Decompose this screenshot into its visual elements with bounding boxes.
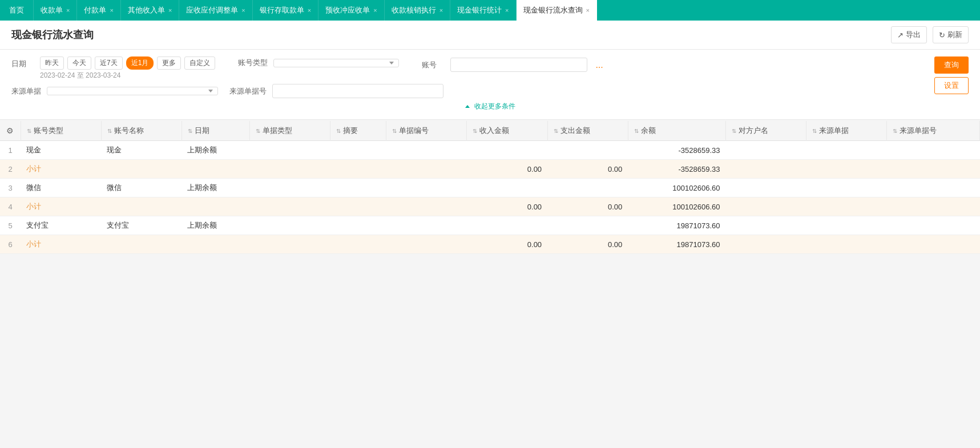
cell-account-type: 小计 [21, 160, 101, 179]
data-table: ⚙ ⇅账号类型 ⇅账号名称 ⇅日期 ⇅单据类型 ⇅摘要 ⇅单据编号 ⇅收入金额 … [0, 121, 980, 254]
cell-source-doc-no [887, 141, 980, 160]
cell-source-doc-no [887, 179, 980, 197]
cell-income [467, 141, 547, 160]
nav-tab-其他收入单[interactable]: 其他收入单× [121, 0, 179, 21]
account-type-label: 账号类型 [238, 58, 268, 68]
cell-summary [330, 197, 386, 216]
row-num: 5 [0, 216, 21, 235]
cell-source-doc [806, 160, 887, 179]
filter-row-2: 来源单据 来源单据号 [11, 84, 969, 98]
date-btn-自定义[interactable]: 自定义 [184, 56, 215, 70]
close-icon[interactable]: × [439, 7, 443, 14]
nav-tab-label: 现金银行统计 [457, 5, 502, 15]
date-btn-今天[interactable]: 今天 [67, 56, 91, 70]
cell-doc-type [250, 197, 330, 216]
cell-account-name [101, 160, 182, 179]
table-row: 4 小计 0.00 0.00 100102606.60 [0, 197, 980, 216]
nav-tab-现金银行统计[interactable]: 现金银行统计× [450, 0, 516, 21]
close-icon[interactable]: × [110, 7, 113, 14]
nav-tab-付款单[interactable]: 付款单× [77, 0, 120, 21]
col-header-account-type[interactable]: ⇅账号类型 [21, 121, 101, 141]
cell-doc-type [250, 141, 330, 160]
date-range: 2023-02-24 至 2023-03-24 [40, 71, 215, 80]
nav-tab-现金银行流水查询[interactable]: 现金银行流水查询× [517, 0, 597, 21]
chevron-down-icon [389, 62, 394, 64]
date-btn-更多[interactable]: 更多 [157, 56, 181, 70]
close-icon[interactable]: × [373, 7, 377, 14]
settings-button[interactable]: 设置 [934, 77, 969, 94]
export-button[interactable]: ↗ 导出 [891, 26, 927, 43]
col-header-expense[interactable]: ⇅支出金额 [547, 121, 628, 141]
row-num: 6 [0, 235, 21, 254]
nav-tab-银行存取款单[interactable]: 银行存取款单× [253, 0, 318, 21]
table-container: ⚙ ⇅账号类型 ⇅账号名称 ⇅日期 ⇅单据类型 ⇅摘要 ⇅单据编号 ⇅收入金额 … [0, 121, 980, 254]
col-header-balance[interactable]: ⇅余额 [628, 121, 725, 141]
close-icon[interactable]: × [505, 7, 509, 14]
query-button[interactable]: 查询 [934, 56, 969, 74]
col-header-date[interactable]: ⇅日期 [182, 121, 250, 141]
col-header-counterparty[interactable]: ⇅对方户名 [726, 121, 806, 141]
cell-source-doc-no [887, 197, 980, 216]
row-num: 4 [0, 197, 21, 216]
nav-tab-收款核销执行[interactable]: 收款核销执行× [385, 0, 450, 21]
date-btn-昨天[interactable]: 昨天 [40, 56, 64, 70]
cell-counterparty [726, 179, 806, 197]
cell-doc-type [250, 216, 330, 235]
col-header-doc-no[interactable]: ⇅单据编号 [386, 121, 467, 141]
cell-income [467, 179, 547, 197]
col-header-account-name[interactable]: ⇅账号名称 [101, 121, 182, 141]
cell-counterparty [726, 160, 806, 179]
cell-account-type: 现金 [21, 141, 101, 160]
source-doc-label: 来源单据 [11, 86, 41, 96]
source-doc-select[interactable] [47, 87, 218, 95]
nav-tab-label: 现金银行流水查询 [523, 5, 583, 15]
cell-source-doc-no [887, 235, 980, 254]
account-input[interactable] [450, 58, 587, 72]
cell-source-doc-no [887, 216, 980, 235]
chevron-down-icon-2 [208, 90, 213, 92]
table-row: 5 支付宝 支付宝 上期余额 19871073.60 [0, 216, 980, 235]
nav-tab-预收冲应收单[interactable]: 预收冲应收单× [318, 0, 384, 21]
close-icon[interactable]: × [241, 7, 245, 14]
close-icon[interactable]: × [168, 7, 172, 14]
cell-source-doc [806, 235, 887, 254]
cell-account-type: 微信 [21, 179, 101, 197]
nav-tab-收款单[interactable]: 收款单× [34, 0, 77, 21]
close-icon[interactable]: × [308, 7, 311, 14]
cell-summary [330, 216, 386, 235]
top-nav: 首页 收款单×付款单×其他收入单×应收应付调整单×银行存取款单×预收冲应收单×收… [0, 0, 980, 21]
source-doc-no-input[interactable] [272, 84, 443, 98]
collapse-bar[interactable]: 收起更多条件 [11, 98, 969, 115]
cell-account-name: 支付宝 [101, 216, 182, 235]
table-row: 1 现金 现金 上期余额 -3528659.33 [0, 141, 980, 160]
cell-summary [330, 179, 386, 197]
col-header-source-doc-no[interactable]: ⇅来源单据号 [887, 121, 980, 141]
col-header-doc-type[interactable]: ⇅单据类型 [250, 121, 330, 141]
date-btn-近7天[interactable]: 近7天 [95, 56, 123, 70]
date-btn-近1月[interactable]: 近1月 [126, 56, 154, 70]
row-num: 2 [0, 160, 21, 179]
account-label: 账号 [422, 60, 445, 70]
close-icon[interactable]: × [586, 7, 590, 14]
col-header-summary[interactable]: ⇅摘要 [330, 121, 386, 141]
cell-summary [330, 235, 386, 254]
col-header-income[interactable]: ⇅收入金额 [467, 121, 547, 141]
filter-section: 日期 昨天今天近7天近1月更多自定义 2023-02-24 至 2023-03-… [11, 56, 969, 98]
table-row: 6 小计 0.00 0.00 19871073.60 [0, 235, 980, 254]
account-dots-button[interactable]: ... [593, 60, 605, 70]
cell-expense [547, 179, 628, 197]
cell-doc-no [386, 141, 467, 160]
nav-tab-应收应付调整单[interactable]: 应收应付调整单× [179, 0, 252, 21]
cell-summary [330, 141, 386, 160]
close-icon[interactable]: × [66, 7, 70, 14]
account-type-select[interactable] [273, 59, 399, 67]
nav-home[interactable]: 首页 [0, 0, 34, 21]
settings-col-header[interactable]: ⚙ [0, 121, 21, 141]
refresh-button[interactable]: ↻ 刷新 [933, 26, 969, 43]
col-header-source-doc[interactable]: ⇅来源单据 [806, 121, 887, 141]
cell-source-doc [806, 197, 887, 216]
cell-doc-no [386, 179, 467, 197]
cell-doc-no [386, 235, 467, 254]
gear-icon[interactable]: ⚙ [6, 126, 14, 135]
cell-account-name [101, 235, 182, 254]
